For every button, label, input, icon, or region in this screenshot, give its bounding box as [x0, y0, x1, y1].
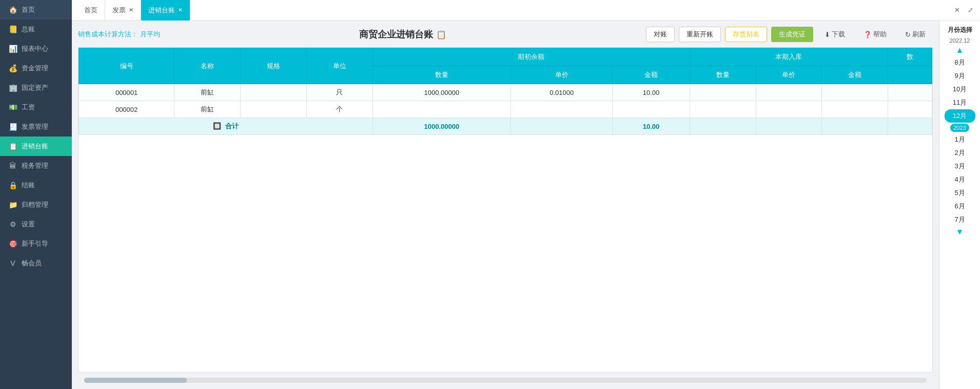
- cell-name-2: 前缸: [174, 101, 241, 118]
- tabs-bar: 首页 发票 ✕ 进销台账 ✕ ✕ ⤢: [72, 0, 980, 21]
- sidebar-item-invoice-management[interactable]: 🧾 发票管理: [0, 117, 72, 137]
- cell-opening-amount-1: 10.00: [613, 84, 690, 101]
- tab-invoice-close[interactable]: ✕: [129, 7, 133, 13]
- month-item-10[interactable]: 10月: [945, 83, 975, 96]
- total-extra: [888, 118, 932, 135]
- cell-unit-2: 个: [306, 101, 373, 118]
- cell-unit-1: 只: [306, 84, 373, 101]
- month-item-6[interactable]: 6月: [945, 200, 975, 213]
- sidebar-item-label: 税务管理: [22, 161, 48, 170]
- maximize-button[interactable]: ⤢: [966, 6, 975, 15]
- scroll-down-arrow[interactable]: ▼: [956, 226, 964, 238]
- sidebar-item-payroll[interactable]: 💵 工资: [0, 98, 72, 117]
- col-in-amount: 金额: [822, 66, 888, 84]
- month-item-2[interactable]: 2月: [945, 146, 975, 160]
- sidebar-item-label: 新手引导: [22, 239, 48, 248]
- content-area: 销售成本计算方法： 月平均 商贸企业进销台账 📋 对账 重新开账 存货别名 生成…: [72, 21, 980, 389]
- month-item-3[interactable]: 3月: [945, 160, 975, 173]
- total-opening-price: [511, 118, 613, 135]
- cell-in-qty-1: [690, 84, 756, 101]
- cell-extra-1: [888, 84, 932, 101]
- total-in-qty: [690, 118, 756, 135]
- download-button[interactable]: ⬇ 下载: [817, 27, 852, 42]
- tab-invoice[interactable]: 发票 ✕: [105, 0, 141, 21]
- month-item-8[interactable]: 8月: [945, 56, 975, 69]
- total-in-amount: [822, 118, 888, 135]
- generate-voucher-button[interactable]: 生成凭证: [771, 27, 813, 42]
- page-body: 销售成本计算方法： 月平均 商贸企业进销台账 📋 对账 重新开账 存货别名 生成…: [72, 21, 939, 389]
- page-title-text: 商贸企业进销台账: [359, 28, 433, 41]
- reconcile-button[interactable]: 对账: [646, 27, 675, 42]
- tab-purchase-sales-label: 进销台账: [148, 6, 175, 15]
- year-badge-2023: 2023: [950, 124, 969, 132]
- month-item-12-active[interactable]: 12月: [945, 109, 975, 123]
- scrollbar-thumb[interactable]: [84, 378, 187, 383]
- cell-opening-qty-1: 1000.00000: [373, 84, 511, 101]
- cell-in-price-1: [756, 84, 822, 101]
- help-button[interactable]: ❓ 帮助: [856, 27, 894, 42]
- month-item-9[interactable]: 9月: [945, 69, 975, 83]
- month-panel-title: 月份选择: [948, 24, 972, 36]
- purchase-sales-icon: 📋: [8, 142, 17, 150]
- sidebar-item-purchase-sales[interactable]: 📋 进销台账: [0, 137, 72, 156]
- cell-spec-1: [240, 84, 306, 101]
- sidebar-item-archive-management[interactable]: 📁 归档管理: [0, 195, 72, 215]
- cell-opening-qty-2: [373, 101, 511, 118]
- tab-home[interactable]: 首页: [77, 0, 105, 21]
- refresh-button[interactable]: ↻ 刷新: [898, 27, 933, 42]
- sidebar-item-label: 资金管理: [22, 64, 48, 73]
- action-buttons: 对账 重新开账 存货别名 生成凭证 ⬇ 下载 ❓ 帮助 ↻ 刷新: [646, 27, 933, 42]
- save-alias-button[interactable]: 存货别名: [725, 27, 767, 42]
- top-toolbar: 销售成本计算方法： 月平均 商贸企业进销台账 📋 对账 重新开账 存货别名 生成…: [78, 27, 933, 42]
- reopen-button[interactable]: 重新开账: [679, 27, 721, 42]
- col-in-price: 单价: [756, 66, 822, 84]
- cell-in-amount-2: [822, 101, 888, 118]
- close-button[interactable]: ✕: [952, 6, 962, 15]
- sidebar-item-closing[interactable]: 🔒 结账: [0, 176, 72, 195]
- col-unit: 单位: [306, 48, 373, 84]
- sidebar-item-beginner-guide[interactable]: 🎯 新手引导: [0, 234, 72, 254]
- page-title: 商贸企业进销台账 📋: [359, 28, 446, 41]
- tab-purchase-sales-close[interactable]: ✕: [178, 7, 183, 13]
- archive-icon: 📁: [8, 201, 17, 209]
- data-table-container: 编号 名称 规格 单位 期初余额 本期入库 数 数量 单价 金额 数: [78, 47, 933, 373]
- sidebar-item-tax-management[interactable]: 🏛 税务管理: [0, 156, 72, 176]
- sidebar-item-member[interactable]: V 畅会员: [0, 254, 72, 273]
- sidebar-item-report-center[interactable]: 📊 报表中心: [0, 39, 72, 59]
- month-item-11[interactable]: 11月: [945, 96, 975, 109]
- col-opening-price: 单价: [511, 66, 613, 84]
- horizontal-scrollbar[interactable]: [84, 378, 927, 383]
- sidebar-item-label: 畅会员: [22, 259, 42, 268]
- table-row: 000001 前缸 只 1000.00000 0.01000 10.00: [79, 84, 932, 101]
- cell-spec-2: [240, 101, 306, 118]
- total-icon: 🔲: [213, 122, 221, 130]
- month-item-4[interactable]: 4月: [945, 173, 975, 186]
- home-icon: 🏠: [8, 6, 17, 14]
- assets-icon: 🏢: [8, 84, 17, 92]
- cell-in-price-2: [756, 101, 822, 118]
- scroll-up-arrow[interactable]: ▲: [956, 45, 964, 56]
- total-in-price: [756, 118, 822, 135]
- sidebar-item-home[interactable]: 🏠 首页: [0, 0, 72, 20]
- month-item-1[interactable]: 1月: [945, 133, 975, 146]
- col-code: 编号: [79, 48, 174, 84]
- cost-method: 销售成本计算方法： 月平均: [78, 30, 160, 39]
- total-label: 🔲 合计: [79, 118, 373, 135]
- tax-icon: 🏛: [8, 162, 17, 170]
- col-current-in: 本期入库: [690, 48, 888, 66]
- tab-purchase-sales[interactable]: 进销台账 ✕: [141, 0, 190, 21]
- window-controls: ✕ ⤢: [952, 6, 975, 15]
- month-item-5[interactable]: 5月: [945, 186, 975, 200]
- sidebar-item-label: 固定资产: [22, 83, 48, 92]
- sidebar-item-fund-management[interactable]: 💰 资金管理: [0, 59, 72, 78]
- sidebar-item-general-ledger[interactable]: 📒 总账: [0, 20, 72, 39]
- sidebar-item-fixed-assets[interactable]: 🏢 固定资产: [0, 78, 72, 98]
- sidebar-item-label: 进销台账: [22, 142, 48, 151]
- sidebar-item-label: 发票管理: [22, 122, 48, 131]
- sidebar-item-settings[interactable]: ⚙ 设置: [0, 215, 72, 234]
- member-icon: V: [8, 259, 17, 267]
- cell-extra-2: [888, 101, 932, 118]
- month-item-7[interactable]: 7月: [945, 213, 975, 226]
- title-icon: 📋: [436, 30, 446, 40]
- month-panel: 月份选择 2022.12 ▲ 8月 9月 10月 11月 12月 2023 1月…: [939, 21, 980, 389]
